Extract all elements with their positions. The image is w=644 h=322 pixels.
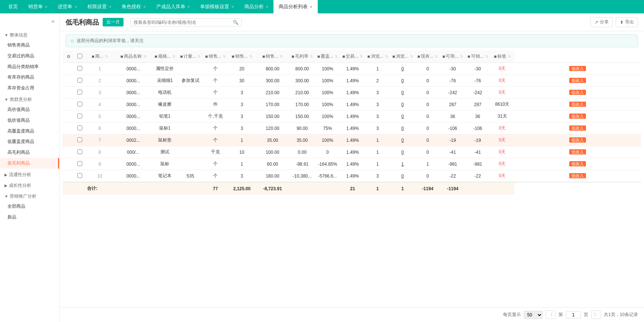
sidebar-group-overall[interactable]: ▼ 整体信息 xyxy=(0,29,59,40)
row-check-0[interactable] xyxy=(74,63,85,75)
nav-template[interactable]: 单据模板设置 × xyxy=(195,0,239,13)
col-coverage[interactable]: ■ 覆盖... ⇅ xyxy=(315,50,340,63)
row-gear-1[interactable] xyxy=(63,75,74,87)
row-browse1-8[interactable]: 1 xyxy=(390,158,415,170)
row-gear-7[interactable] xyxy=(63,146,74,158)
sidebar-item-low-value[interactable]: 低价值商品 xyxy=(0,115,59,126)
row-gear-9[interactable] xyxy=(63,170,74,182)
row-check-5[interactable] xyxy=(74,122,85,134)
col-browse1[interactable]: ■ 浏览... ⇅ xyxy=(365,50,390,63)
row-checkbox-1[interactable] xyxy=(77,78,82,83)
row-browse1-2[interactable]: 0 xyxy=(390,87,415,99)
sidebar-group-liquidity[interactable]: ▶ 流通性分析 xyxy=(0,169,59,179)
row-check-2[interactable] xyxy=(74,87,85,99)
select-all-checkbox[interactable] xyxy=(77,54,82,58)
col-sale-amount[interactable]: ■ 销售... ⇅ xyxy=(256,50,289,63)
col-available[interactable]: ■ 可用... ⇅ xyxy=(440,50,465,63)
sidebar-item-inventory-funds[interactable]: 库存资金占用 xyxy=(0,83,59,93)
sidebar-collapse-button[interactable]: « xyxy=(48,15,58,28)
sidebar-item-low-coverage[interactable]: 低覆盖度商品 xyxy=(0,136,59,147)
sidebar-group-marketing[interactable]: ▼ 营销推广分析 xyxy=(0,190,59,201)
row-browse1-0[interactable]: 0 xyxy=(390,63,415,75)
search-icon[interactable]: 🔍 xyxy=(233,20,238,25)
row-checkbox-9[interactable] xyxy=(77,173,82,178)
col-transaction[interactable]: ■ 交易... ⇅ xyxy=(340,50,365,63)
row-checkbox-3[interactable] xyxy=(77,102,82,106)
sidebar-item-high-coverage[interactable]: 高覆盖度商品 xyxy=(0,126,59,137)
sidebar-item-high-margin[interactable]: 高毛利商品 xyxy=(0,147,59,158)
row-checkbox-6[interactable] xyxy=(77,137,82,142)
col-sale-price[interactable]: ■ 销售... ⇅ xyxy=(228,50,256,63)
row-browse1-7[interactable]: 0 xyxy=(390,146,415,158)
nav-product-analysis[interactable]: 商品分析 × xyxy=(239,0,273,13)
nav-template-close[interactable]: × xyxy=(231,4,234,9)
nav-sales[interactable]: 销货单 × xyxy=(23,0,52,13)
col-gear[interactable]: ⚙ xyxy=(63,50,74,63)
row-browse1-3[interactable]: 0 xyxy=(390,99,415,111)
share-button[interactable]: ↗ 分享 xyxy=(590,17,613,27)
nav-roles[interactable]: 角色授权 × xyxy=(116,0,151,13)
row-check-4[interactable] xyxy=(74,111,85,122)
row-check-6[interactable] xyxy=(74,134,85,146)
next-page-button[interactable]: 〉 xyxy=(591,310,601,319)
row-browse1-5[interactable]: 0 xyxy=(390,122,415,134)
col-tag[interactable]: ■ 标签 ⇅ xyxy=(490,50,515,63)
search-input[interactable] xyxy=(134,20,233,25)
sidebar-item-new-products[interactable]: 新品 xyxy=(0,212,59,223)
sidebar-item-high-value[interactable]: 高价值商品 xyxy=(0,104,59,115)
row-checkbox-7[interactable] xyxy=(77,149,82,154)
time-filter-button[interactable]: 近一月 xyxy=(103,18,124,26)
row-checkbox-8[interactable] xyxy=(77,161,82,166)
page-size-select[interactable]: 50 100 200 xyxy=(524,311,543,319)
nav-permissions[interactable]: 权限设置 × xyxy=(82,0,116,13)
row-gear-4[interactable] xyxy=(63,111,74,122)
nav-permissions-close[interactable]: × xyxy=(109,4,111,9)
row-checkbox-2[interactable] xyxy=(77,90,82,95)
row-check-7[interactable] xyxy=(74,146,85,158)
row-checkbox-4[interactable] xyxy=(77,114,82,118)
sidebar-item-sales-products[interactable]: 销售类商品 xyxy=(0,40,59,51)
sidebar-item-category-rate[interactable]: 商品分类助销率 xyxy=(0,61,59,72)
prev-page-button[interactable]: 〈 xyxy=(546,310,555,319)
row-check-1[interactable] xyxy=(74,75,85,87)
sidebar-item-stock-products[interactable]: 有库存的商品 xyxy=(0,72,59,83)
row-gear-3[interactable] xyxy=(63,99,74,111)
row-checkbox-0[interactable] xyxy=(77,66,82,71)
nav-sales-close[interactable]: × xyxy=(45,4,47,9)
row-gear-6[interactable] xyxy=(63,134,74,146)
row-browse1-1[interactable]: 0 xyxy=(390,75,415,87)
col-spec[interactable]: ■ 规格... ⇅ xyxy=(152,50,178,63)
row-check-9[interactable] xyxy=(74,170,85,182)
row-check-8[interactable] xyxy=(74,158,85,170)
page-number-input[interactable] xyxy=(566,311,581,319)
sidebar-group-cluster[interactable]: ▼ 类群意分析 xyxy=(0,93,59,104)
row-gear-0[interactable] xyxy=(63,63,74,75)
sidebar-item-traded-products[interactable]: 交易过的商品 xyxy=(0,51,59,61)
nav-product-analysis-list-close[interactable]: × xyxy=(310,4,312,9)
col-name[interactable]: ■ 商品名称 ⇅ xyxy=(115,50,152,63)
row-checkbox-5[interactable] xyxy=(77,125,82,130)
nav-product-analysis-list[interactable]: 商品分析列表 × xyxy=(273,0,317,13)
col-browse2[interactable]: ■ 浏览... ⇅ xyxy=(390,50,415,63)
nav-purchase[interactable]: 进货单 × xyxy=(52,0,82,13)
nav-product-entry[interactable]: 产成品入库单 × xyxy=(151,0,195,13)
nav-purchase-close[interactable]: × xyxy=(74,4,77,9)
gear-icon[interactable]: ⚙ xyxy=(67,54,71,59)
col-code[interactable]: ■ 商... ⇅ xyxy=(85,50,115,63)
row-check-3[interactable] xyxy=(74,99,85,111)
sidebar-item-low-margin[interactable]: 低毛利商品 xyxy=(0,158,59,169)
col-unit[interactable]: ■ 计量... ⇅ xyxy=(178,50,203,63)
nav-product-entry-close[interactable]: × xyxy=(188,4,190,9)
row-gear-2[interactable] xyxy=(63,87,74,99)
sidebar-group-growth[interactable]: ▶ 成长性分析 xyxy=(0,179,59,190)
col-gross-rate[interactable]: ■ 毛利率 ⇅ xyxy=(289,50,315,63)
row-gear-5[interactable] xyxy=(63,122,74,134)
col-saleable[interactable]: ■ 可销... ⇅ xyxy=(465,50,490,63)
col-sale-qty[interactable]: ■ 销售... ⇅ xyxy=(203,50,228,63)
sidebar-item-all-products[interactable]: 全部商品 xyxy=(0,201,59,212)
row-gear-8[interactable] xyxy=(63,158,74,170)
nav-product-analysis-close[interactable]: × xyxy=(266,4,268,9)
nav-roles-close[interactable]: × xyxy=(143,4,145,9)
col-current[interactable]: ■ 现有... ⇅ xyxy=(415,50,440,63)
row-browse1-4[interactable]: 0 xyxy=(390,111,415,122)
